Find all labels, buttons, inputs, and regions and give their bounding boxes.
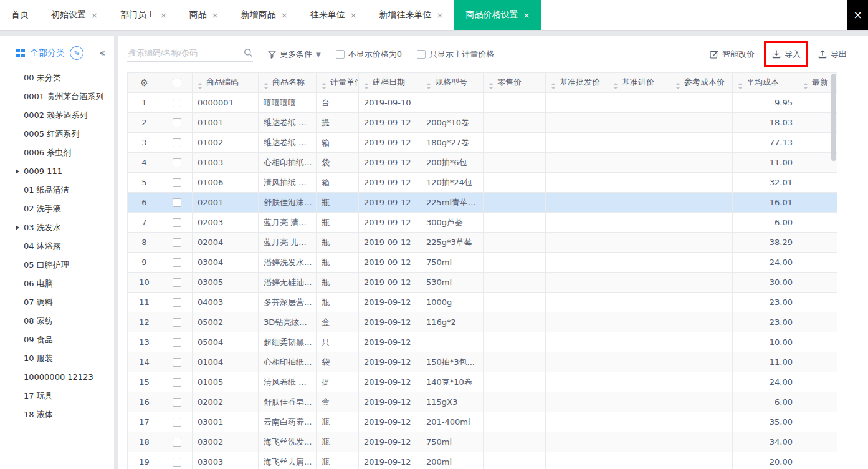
column-header[interactable]: 规格型号: [421, 73, 484, 93]
expand-triangle-icon[interactable]: [16, 169, 19, 174]
category-item[interactable]: 0002 赖茅酒系列: [0, 106, 114, 125]
row-checkbox[interactable]: [173, 99, 181, 107]
all-categories-label[interactable]: 全部分类: [30, 47, 65, 59]
column-header[interactable]: 计量单位: [317, 73, 359, 93]
column-header[interactable]: 商品名称: [259, 73, 317, 93]
tab-close-icon[interactable]: ×: [350, 11, 357, 19]
select-all-checkbox[interactable]: [173, 79, 181, 87]
tab-item[interactable]: 商品价格设置×: [454, 0, 541, 30]
hide-zero-price-checkbox[interactable]: [336, 50, 345, 59]
collapse-sidebar-button[interactable]: «: [97, 46, 108, 60]
table-row[interactable]: 1501005清风卷纸 ...提2019-09-12140克*10卷24.00: [128, 372, 838, 392]
table-row[interactable]: 10000001嘻嘻嘻嘻台2019-09-109.95: [128, 93, 838, 113]
sort-carets-icon[interactable]: [551, 83, 556, 89]
sort-carets-icon[interactable]: [613, 83, 618, 89]
search-icon[interactable]: [244, 48, 253, 57]
sort-carets-icon[interactable]: [364, 83, 369, 89]
main-unit-only-filter[interactable]: 只显示主计量价格: [417, 49, 494, 60]
row-checkbox[interactable]: [173, 398, 181, 407]
sort-carets-icon[interactable]: [675, 83, 680, 89]
edit-categories-icon[interactable]: ✎: [70, 46, 83, 60]
tab-close-icon[interactable]: ×: [212, 11, 219, 19]
table-row[interactable]: 1703001云南白药养...瓶2019-09-12201-400ml35.00: [128, 412, 838, 432]
table-row[interactable]: 12050023D钻亮炫...盒2019-09-12116g*223.00: [128, 312, 838, 332]
category-item[interactable]: 05 口腔护理: [0, 256, 114, 274]
column-header[interactable]: 平均成本: [733, 73, 798, 93]
column-header[interactable]: 基准进价: [608, 73, 670, 93]
table-row[interactable]: 201001维达卷纸 ...提2019-09-12200g*10卷18.03: [128, 113, 838, 133]
category-item[interactable]: 0009 111: [0, 162, 114, 181]
sort-carets-icon[interactable]: [803, 83, 808, 89]
row-checkbox[interactable]: [173, 318, 181, 327]
table-row[interactable]: 802004蓝月亮 儿...瓶2019-09-12225g*3草莓38.29: [128, 233, 838, 253]
row-checkbox[interactable]: [173, 218, 181, 227]
row-checkbox[interactable]: [173, 378, 181, 387]
sort-carets-icon[interactable]: [738, 83, 743, 89]
expand-triangle-icon[interactable]: [16, 225, 19, 230]
row-checkbox[interactable]: [173, 418, 181, 427]
sort-carets-icon[interactable]: [264, 83, 269, 89]
tab-home[interactable]: 首页: [0, 0, 40, 30]
tab-item[interactable]: 新增往来单位×: [368, 0, 455, 30]
row-checkbox[interactable]: [173, 298, 181, 307]
table-row[interactable]: 702003蓝月亮 清...瓶2019-09-12300g芦荟6.00: [128, 213, 838, 233]
table-row[interactable]: 501006清风抽纸 ...箱2019-09-12120抽*24包32.01: [128, 173, 838, 193]
category-item[interactable]: 06 电脑: [0, 274, 114, 293]
category-item[interactable]: 18 液体: [0, 405, 114, 424]
table-row[interactable]: 1003005潘婷无硅油...瓶2019-09-12530ml30.00: [128, 273, 838, 293]
row-checkbox[interactable]: [173, 358, 181, 367]
tab-item[interactable]: 往来单位×: [299, 0, 368, 30]
row-checkbox[interactable]: [173, 118, 181, 127]
row-checkbox[interactable]: [173, 138, 181, 147]
row-checkbox[interactable]: [173, 438, 181, 447]
tab-close-icon[interactable]: ×: [437, 11, 444, 19]
table-row[interactable]: 301002维达卷纸 ...箱2019-09-12180g*27卷77.13: [128, 133, 838, 153]
sort-carets-icon[interactable]: [198, 83, 203, 89]
column-header[interactable]: 零售价: [484, 73, 546, 93]
tab-item[interactable]: 部门员工×: [109, 0, 178, 30]
import-button[interactable]: 导入: [772, 49, 801, 60]
table-row[interactable]: 903004潘婷洗发水...瓶2019-09-12750ml24.00: [128, 253, 838, 273]
table-row[interactable]: 602001舒肤佳泡沫...瓶2019-09-12225ml青苹...16.01: [128, 193, 838, 213]
row-checkbox[interactable]: [173, 278, 181, 287]
table-row[interactable]: 1803002海飞丝洗发...瓶2019-09-12750ml34.00: [128, 432, 838, 452]
category-item[interactable]: 04 沐浴露: [0, 237, 114, 256]
table-row[interactable]: 1401004心相印抽纸...袋2019-09-12150抽*3包...11.0…: [128, 352, 838, 372]
row-checkbox[interactable]: [173, 338, 181, 347]
column-header[interactable]: 基准批发价: [546, 73, 608, 93]
tab-close-icon[interactable]: ×: [160, 11, 167, 19]
vertical-scrollbar[interactable]: [831, 74, 836, 467]
tab-item[interactable]: 商品×: [178, 0, 230, 30]
category-item[interactable]: 02 洗手液: [0, 200, 114, 218]
scrollbar-thumb[interactable]: [831, 74, 836, 161]
category-item[interactable]: 0006 杀虫剂: [0, 143, 114, 162]
tab-close-icon[interactable]: ×: [523, 11, 530, 19]
category-item[interactable]: 07 调料: [0, 293, 114, 312]
row-checkbox[interactable]: [173, 238, 181, 247]
category-item[interactable]: 08 家纺: [0, 312, 114, 331]
tab-item[interactable]: 新增商品×: [230, 0, 299, 30]
row-checkbox[interactable]: [173, 458, 181, 467]
sort-carets-icon[interactable]: [322, 83, 327, 89]
tab-close-icon[interactable]: ×: [91, 11, 98, 19]
row-checkbox[interactable]: [173, 178, 181, 187]
category-item[interactable]: 17 玩具: [0, 387, 114, 405]
tab-close-icon[interactable]: ×: [281, 11, 288, 19]
search-input[interactable]: [127, 47, 240, 58]
table-row[interactable]: 1305004超细柔韧黑...只2019-09-1210.00: [128, 332, 838, 352]
tab-item[interactable]: 初始设置×: [40, 0, 109, 30]
gear-icon[interactable]: ⚙: [140, 77, 148, 89]
table-row[interactable]: 401003心相印抽纸...袋2019-09-12200抽*6包11.00: [128, 153, 838, 173]
category-item[interactable]: 0005 红酒系列: [0, 125, 114, 143]
table-row[interactable]: 1602002舒肤佳香皂...盒2019-09-12115gX36.00: [128, 392, 838, 412]
column-header[interactable]: 参考成本价: [670, 73, 733, 93]
category-item[interactable]: 10 服装: [0, 349, 114, 368]
sort-carets-icon[interactable]: [426, 83, 431, 89]
more-filters-button[interactable]: 更多条件 ▼: [268, 49, 321, 60]
column-header[interactable]: 建档日期: [359, 73, 421, 93]
category-item[interactable]: 09 食品: [0, 331, 114, 349]
row-checkbox[interactable]: [173, 158, 181, 167]
main-unit-only-checkbox[interactable]: [417, 50, 426, 59]
column-header[interactable]: 商品编码: [193, 73, 259, 93]
row-checkbox[interactable]: [173, 258, 181, 267]
